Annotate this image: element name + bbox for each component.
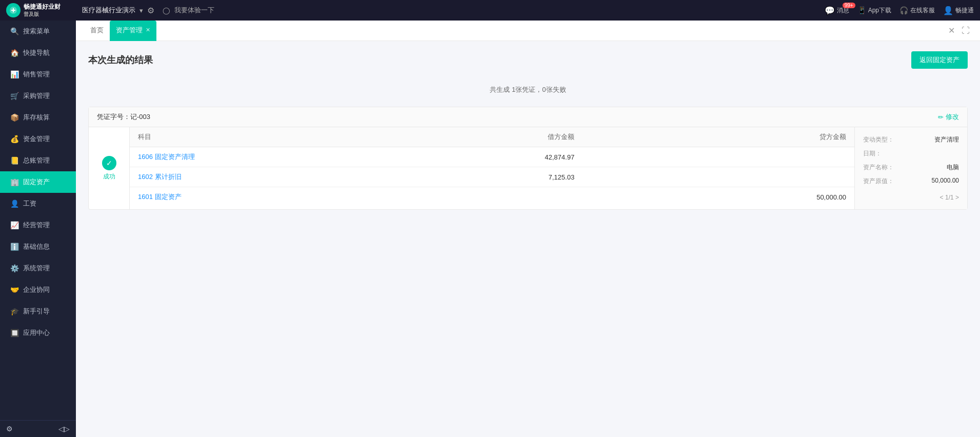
tab-close-btn[interactable]: ✕ <box>146 27 150 33</box>
asset-name-value: 电脑 <box>947 163 959 172</box>
table-row: 1602 累计折旧 7,125.03 <box>130 167 854 187</box>
next-btn[interactable]: > <box>955 194 959 201</box>
nav-tabs: 首页 资产管理 ✕ ✕ ⛶ <box>76 21 980 41</box>
subject-cell-1: 1602 累计折旧 <box>130 167 311 187</box>
collapse-icon[interactable]: ◁▷ <box>58 425 70 433</box>
tab-home[interactable]: 首页 <box>84 21 110 41</box>
debit-cell-1: 7,125.03 <box>311 167 583 187</box>
logo-icon <box>6 3 21 17</box>
page-title: 本次生成的结果 <box>88 54 153 66</box>
sidebar-item-system[interactable]: ⚙️ 系统管理 <box>0 257 76 279</box>
sidebar-label-system: 系统管理 <box>23 264 50 273</box>
sidebar-item-fixed-assets[interactable]: 🏢 固定资产 <box>0 171 76 193</box>
credit-cell-2: 50,000.00 <box>583 187 854 207</box>
sidebar-label-payroll: 工资 <box>23 199 36 208</box>
original-value-row: 资产原值： 50,000.00 <box>863 177 959 186</box>
tab-asset-label: 资产管理 <box>116 26 143 35</box>
return-btn[interactable]: 返回固定资产 <box>911 51 968 69</box>
sidebar-label-appstore: 应用中心 <box>23 328 50 337</box>
sidebar-item-quicknav[interactable]: 🏠 快捷导航 <box>0 42 76 64</box>
edit-label: 修改 <box>946 112 959 122</box>
settings-icon[interactable]: ⚙ <box>147 6 154 15</box>
tab-home-label: 首页 <box>90 26 104 35</box>
sidebar-label-quicknav: 快捷导航 <box>23 48 50 57</box>
voucher-card: 凭证字号：记-003 ✏ 修改 ✓ 成功 <box>88 107 968 210</box>
credit-cell-0 <box>583 147 854 167</box>
main-layout: 🔍 搜索菜单 🏠 快捷导航 📊 销售管理 🛒 采购管理 📦 库存核算 💰 资金管… <box>0 21 980 437</box>
sidebar-item-guide[interactable]: 🎓 新手引导 <box>0 301 76 322</box>
success-icon: ✓ <box>102 156 116 170</box>
change-type-label: 变动类型： <box>863 135 894 144</box>
sidebar-label-purchase: 采购管理 <box>23 91 50 101</box>
table-row: 1601 固定资产 50,000.00 <box>130 187 854 207</box>
sidebar-item-ledger[interactable]: 📒 总账管理 <box>0 150 76 171</box>
home-icon: 🏠 <box>10 49 19 57</box>
appstore-icon: 🔲 <box>10 329 19 337</box>
sidebar-item-sales[interactable]: 📊 销售管理 <box>0 64 76 85</box>
sales-icon: 📊 <box>10 70 19 78</box>
sidebar-label-enterprise: 企业协同 <box>23 285 50 294</box>
sidebar-bottom: ⚙ ◁▷ <box>0 420 76 437</box>
sidebar-item-enterprise[interactable]: 🤝 企业协同 <box>0 279 76 301</box>
subject-link-1[interactable]: 1602 累计折旧 <box>138 173 182 181</box>
success-label: 成功 <box>103 172 115 181</box>
subject-cell-0: 1606 固定资产清理 <box>130 147 311 167</box>
sidebar-label-fixed-assets: 固定资产 <box>23 177 50 187</box>
summary-text: 共生成 1张凭证，0张失败 <box>490 86 566 93</box>
subject-cell-2: 1601 固定资产 <box>130 187 311 207</box>
sidebar-item-purchase[interactable]: 🛒 采购管理 <box>0 85 76 107</box>
sidebar-item-basic-info[interactable]: ℹ️ 基础信息 <box>0 236 76 257</box>
operations-icon: 📈 <box>10 221 19 229</box>
top-bar-center: 医疗器械行业演示 ▾ ⚙ ◯ 我要体验一下 <box>82 6 214 15</box>
top-bar: 畅捷通好业财 普及版 医疗器械行业演示 ▾ ⚙ ◯ 我要体验一下 💬 消息 99… <box>0 0 980 21</box>
sidebar-item-inventory[interactable]: 📦 库存核算 <box>0 107 76 128</box>
right-panel: 变动类型： 资产清理 日期： 资产名称： 电脑 资产原值： <box>854 127 967 209</box>
sidebar-item-search[interactable]: 🔍 搜索菜单 <box>0 21 76 42</box>
summary-bar: 共生成 1张凭证，0张失败 <box>88 79 968 101</box>
sidebar-item-operations[interactable]: 📈 经营管理 <box>0 214 76 236</box>
sidebar-label-sales: 销售管理 <box>23 70 50 79</box>
status-cell: ✓ 成功 <box>89 127 130 209</box>
prev-btn[interactable]: < <box>940 194 944 201</box>
user-avatar[interactable]: 👤 畅捷通 <box>943 6 974 15</box>
page-header: 本次生成的结果 返回固定资产 <box>88 51 968 69</box>
sidebar-item-payroll[interactable]: 👤 工资 <box>0 193 76 214</box>
inventory-icon: 📦 <box>10 113 19 122</box>
message-badge: 99+ <box>843 3 855 8</box>
sidebar-item-funds[interactable]: 💰 资金管理 <box>0 128 76 150</box>
date-row: 日期： <box>863 149 959 158</box>
voucher-table-area: 科目 借方金额 贷方金额 1606 固定资产清理 <box>130 127 854 209</box>
col-subject-header: 科目 <box>130 127 311 147</box>
dropdown-icon[interactable]: ▾ <box>139 7 143 14</box>
asset-name-row: 资产名称： 电脑 <box>863 163 959 172</box>
expand-window-btn[interactable]: ⛶ <box>959 25 972 37</box>
sidebar-label-search: 搜索菜单 <box>23 27 50 36</box>
voucher-table: 科目 借方金额 贷方金额 1606 固定资产清理 <box>130 127 854 207</box>
change-type-row: 变动类型： 资产清理 <box>863 135 959 144</box>
sidebar-item-appstore[interactable]: 🔲 应用中心 <box>0 322 76 344</box>
edit-icon: ✏ <box>938 113 944 121</box>
checkmark-icon: ✓ <box>106 159 112 167</box>
app-logo: 畅捷通好业财 普及版 <box>6 3 82 18</box>
sidebar-label-funds: 资金管理 <box>23 134 50 144</box>
bottom-settings-icon[interactable]: ⚙ <box>6 425 13 433</box>
subject-link-2[interactable]: 1601 固定资产 <box>138 193 182 201</box>
pagination[interactable]: < 1/1 > <box>863 194 959 201</box>
guide-icon: 🎓 <box>10 307 19 315</box>
basic-info-icon: ℹ️ <box>10 243 19 251</box>
message-btn[interactable]: 💬 消息 99+ <box>825 6 849 15</box>
asset-name-label: 资产名称： <box>863 163 894 172</box>
original-value-value: 50,000.00 <box>932 177 959 186</box>
experience-btn[interactable]: 我要体验一下 <box>174 6 214 15</box>
tab-asset-management[interactable]: 资产管理 ✕ <box>110 21 156 41</box>
app-download-btn[interactable]: 📱 App下载 <box>857 6 891 15</box>
credit-cell-1 <box>583 167 854 187</box>
close-window-btn[interactable]: ✕ <box>945 25 957 37</box>
online-support-label: 在线客服 <box>910 6 935 15</box>
change-type-value: 资产清理 <box>934 135 959 144</box>
online-support-btn[interactable]: 🎧 在线客服 <box>899 6 935 15</box>
payroll-icon: 👤 <box>10 200 19 208</box>
ledger-icon: 📒 <box>10 156 19 165</box>
subject-link-0[interactable]: 1606 固定资产清理 <box>138 153 195 161</box>
edit-btn[interactable]: ✏ 修改 <box>938 112 959 122</box>
